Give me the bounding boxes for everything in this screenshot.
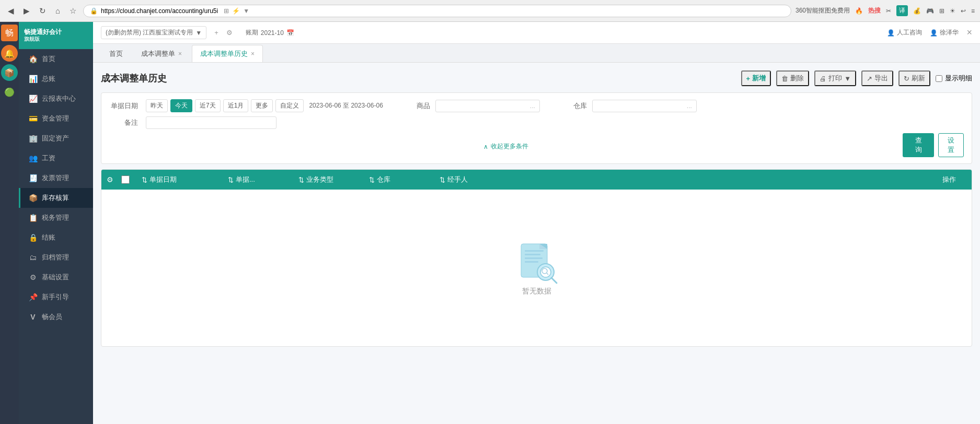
nav-item-tax-label: 税务管理: [42, 213, 69, 222]
consult-label: 人工咨询: [897, 28, 922, 37]
select-all-checkbox[interactable]: [121, 175, 130, 184]
col-header-type[interactable]: ⇅ 业务类型: [294, 175, 357, 184]
nav-item-salary-label: 工资: [42, 154, 55, 163]
top-bar-close-btn[interactable]: ×: [966, 27, 972, 38]
col-number-sort-icon: ⇅: [228, 176, 234, 184]
browser-right-section: 360智能抠图免费用 🔥 热搜 ✂ 译 💰 🎮 ⊞ ☀ ↩ ≡: [795, 5, 975, 16]
collapse-button[interactable]: ∧ 收起更多条件: [109, 138, 903, 155]
refresh-button[interactable]: ↻: [37, 5, 49, 17]
col-date-sort-icon: ⇅: [142, 176, 147, 184]
nav-item-close-account-label: 结账: [42, 233, 55, 242]
star-button[interactable]: ☆: [67, 5, 79, 17]
filter-bottom-row: ∧ 收起更多条件 查询 设置: [109, 133, 964, 157]
svg-line-9: [551, 278, 557, 283]
show-columns-checkbox[interactable]: [936, 75, 942, 82]
funds-nav-icon: 💳: [28, 114, 38, 123]
nav-item-salary[interactable]: 👥 工资: [19, 148, 93, 168]
nav-item-funds[interactable]: 💳 资金管理: [19, 109, 93, 128]
delete-button[interactable]: 🗑 删除: [776, 70, 809, 86]
print-icon: 🖨: [820, 75, 826, 83]
new-button[interactable]: + 新增: [741, 70, 771, 86]
nav-item-inventory[interactable]: 📦 库存核算: [19, 188, 93, 208]
col-header-warehouse[interactable]: ⇅ 仓库: [365, 175, 428, 184]
warehouse-filter: 仓库 ...: [558, 100, 697, 112]
date-filter-buttons: 昨天 今天 近7天 近1月 更多 自定义 2023-06-06 至 2023-0…: [146, 99, 383, 112]
nav-item-archive-label: 归档管理: [42, 253, 69, 262]
svg-rect-3: [525, 257, 543, 259]
nav-item-reports[interactable]: 📈 云报表中心: [19, 89, 93, 109]
period-value: 2021-10: [261, 29, 284, 37]
archive-nav-icon: 🗂: [28, 253, 38, 262]
forward-button[interactable]: ▶: [21, 5, 32, 17]
nav-item-archive[interactable]: 🗂 归档管理: [19, 248, 93, 267]
home-button[interactable]: ⌂: [53, 5, 63, 16]
calendar-icon[interactable]: 📅: [286, 29, 294, 37]
add-company-icon[interactable]: +: [214, 29, 218, 37]
col-type-sort-icon: ⇅: [298, 176, 304, 184]
assets-nav-icon: 🏢: [28, 134, 38, 143]
nav-item-guide[interactable]: 📌 新手引导: [19, 287, 93, 307]
nav-item-member-label: 畅会员: [42, 312, 62, 322]
nav-item-invoice[interactable]: 🧾 发票管理: [19, 168, 93, 188]
tab-home[interactable]: 首页: [101, 45, 131, 62]
col-header-person[interactable]: ⇅ 经手人: [435, 175, 514, 184]
nav-item-ledger-label: 总账: [42, 74, 55, 84]
consult-icon: 👤: [887, 29, 895, 37]
warehouse-select[interactable]: ...: [592, 100, 697, 112]
refresh-button[interactable]: ↻ 刷新: [898, 70, 930, 86]
goods-filter: 商品 ...: [401, 100, 540, 112]
url-bar[interactable]: 🔒 https://cloud.chanjet.com/accounting/u…: [83, 5, 791, 17]
filter-action-buttons: 查询 设置: [903, 133, 964, 157]
tab-cost-adjust[interactable]: 成本调整单 ×: [133, 45, 190, 62]
date-btn-more[interactable]: 更多: [251, 99, 273, 112]
date-btn-custom[interactable]: 自定义: [275, 99, 304, 112]
sidebar-icon-1[interactable]: 🔔: [1, 45, 18, 62]
back-button[interactable]: ◀: [5, 5, 17, 17]
sidebar-icon-3[interactable]: 🟢: [1, 84, 18, 100]
consult-btn[interactable]: 👤 人工咨询: [887, 28, 922, 37]
nav-item-settings[interactable]: ⚙ 基础设置: [19, 267, 93, 287]
goods-select[interactable]: ...: [435, 100, 540, 112]
nav-item-home[interactable]: 🏠 首页: [19, 49, 93, 69]
company-name: (勿删勿禁用) 江西服宝测试专用: [106, 28, 193, 37]
date-btn-7days[interactable]: 近7天: [195, 99, 221, 112]
tab-cost-adjust-close[interactable]: ×: [178, 50, 182, 57]
nav-item-member[interactable]: V 畅会员: [19, 307, 93, 327]
query-button[interactable]: 查询: [903, 133, 934, 157]
nav-item-reports-label: 云报表中心: [42, 94, 76, 103]
nav-item-close-account[interactable]: 🔒 结账: [19, 228, 93, 248]
nav-item-assets[interactable]: 🏢 固定资产: [19, 128, 93, 148]
show-columns-section: 显示明细: [936, 74, 972, 83]
user-info[interactable]: 👤 徐泽华: [930, 28, 959, 37]
export-button[interactable]: ↗ 导出: [861, 70, 893, 86]
app-logo-icon[interactable]: 畅: [1, 25, 18, 41]
tab-cost-adjust-label: 成本调整单: [141, 49, 175, 58]
date-btn-1month[interactable]: 近1月: [223, 99, 249, 112]
sidebar-icon-2[interactable]: 📦: [1, 64, 18, 81]
nav-item-assets-label: 固定资产: [42, 134, 69, 143]
nav-item-inventory-label: 库存核算: [42, 193, 69, 203]
tax-nav-icon: 📋: [28, 214, 38, 222]
date-filter-label: 单据日期: [109, 101, 138, 111]
column-settings-icon[interactable]: ⚙: [107, 175, 113, 184]
company-dropdown-icon: ▼: [195, 29, 202, 37]
notes-input[interactable]: [146, 116, 276, 129]
period-label: 账期: [246, 28, 258, 37]
print-button[interactable]: 🖨 打印 ▼: [814, 70, 856, 86]
collapse-arrow-icon: ∧: [483, 143, 488, 150]
date-btn-yesterday[interactable]: 昨天: [146, 99, 168, 112]
col-header-date[interactable]: ⇅ 单据日期: [137, 175, 216, 184]
nav-item-tax[interactable]: 📋 税务管理: [19, 208, 93, 228]
tabs-bar: 首页 成本调整单 × 成本调整单历史 ×: [93, 44, 980, 63]
tab-home-label: 首页: [109, 49, 123, 58]
date-btn-today[interactable]: 今天: [170, 99, 192, 112]
tab-cost-adjust-history-close[interactable]: ×: [251, 50, 255, 57]
nav-item-ledger[interactable]: 📊 总账: [19, 69, 93, 89]
tab-cost-adjust-history[interactable]: 成本调整单历史 ×: [192, 45, 263, 62]
company-selector[interactable]: (勿删勿禁用) 江西服宝测试专用 ▼: [101, 26, 206, 39]
table-section: ⚙ ⇅ 单据日期 ⇅ 单据... ⇅ 业务类型 ⇅: [101, 169, 972, 347]
refresh-label: 刷新: [912, 74, 925, 83]
col-header-number[interactable]: ⇅ 单据...: [224, 175, 286, 184]
gear-icon[interactable]: ⚙: [226, 29, 233, 37]
filter-settings-button[interactable]: 设置: [938, 133, 964, 157]
